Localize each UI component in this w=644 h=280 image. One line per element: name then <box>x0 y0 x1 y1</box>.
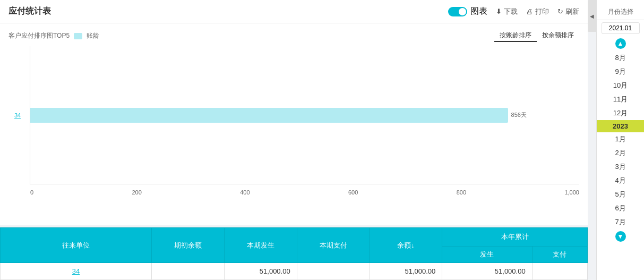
collapse-icon: ◀ <box>590 13 594 19</box>
sidebar: 月份选择 ▲ 8月 9月 10月 11月 12月 2023 1月 2月 3月 4… <box>596 0 644 280</box>
col-current-pay-header: 本期支付 <box>297 228 370 263</box>
refresh-button[interactable]: ↻ 刷新 <box>557 7 579 16</box>
chart-toggle[interactable] <box>448 7 467 16</box>
col-current-occur-header: 本期发生 <box>224 228 297 263</box>
x-tick-1000: 1,000 <box>564 189 579 196</box>
chart-inner: 34 856天 0 200 400 600 800 1,000 <box>30 46 579 184</box>
month-item[interactable]: 10月 <box>597 79 644 92</box>
year-marker[interactable]: 2023 <box>597 120 644 132</box>
bar-left-label[interactable]: 34 <box>14 112 21 118</box>
header: 应付统计表 图表 ⬇ 下载 🖨 打印 ↻ 刷新 <box>0 0 588 23</box>
col-balance-header[interactable]: 余额↓ <box>370 228 442 263</box>
current-occur-cell: 51,000.00 <box>224 263 297 280</box>
opening-cell <box>152 263 225 280</box>
col-ytd-header: 本年累计 <box>442 228 588 247</box>
refresh-label: 刷新 <box>565 7 579 16</box>
current-pay-cell <box>297 263 370 280</box>
sidebar-title: 月份选择 <box>597 4 644 20</box>
x-tick-600: 600 <box>348 189 358 196</box>
x-tick-0: 0 <box>30 189 33 196</box>
x-tick-800: 800 <box>457 189 466 196</box>
chart-toggle-label: 图表 <box>470 6 487 17</box>
chevron-up-icon: ▲ <box>617 40 624 47</box>
bar-right-label: 856天 <box>511 111 527 119</box>
table-header-row-1: 往来单位 期初余额 本期发生 本期支付 余额↓ 本年累计 <box>1 228 588 247</box>
col-opening-header: 期初余额 <box>152 228 225 263</box>
month-item[interactable]: 12月 <box>597 106 644 120</box>
content-area: 应付统计表 图表 ⬇ 下载 🖨 打印 ↻ 刷新 <box>0 0 588 280</box>
month-item[interactable]: 1月 <box>597 132 644 146</box>
sidebar-next-btn[interactable]: ▼ <box>615 231 626 242</box>
legend-box <box>74 33 82 39</box>
data-table: 往来单位 期初余额 本期发生 本期支付 余额↓ 本年累计 发生 支付 34 <box>0 227 588 280</box>
x-axis: 0 200 400 600 800 1,000 <box>30 189 579 196</box>
legend-label: 账龄 <box>87 31 99 40</box>
download-button[interactable]: ⬇ 下载 <box>496 7 518 16</box>
chart-header: 客户应付排序图TOP5 账龄 按账龄排序 按余额排序 <box>8 30 579 42</box>
chart-legend: 客户应付排序图TOP5 账龄 <box>8 31 99 40</box>
chart-section: 客户应付排序图TOP5 账龄 按账龄排序 按余额排序 34 85 <box>0 23 588 225</box>
balance-cell: 51,000.00 <box>370 263 442 280</box>
chart-toggle-container: 图表 <box>448 6 487 17</box>
col-supplier-header: 往来单位 <box>1 228 152 263</box>
month-item[interactable]: 11月 <box>597 92 644 106</box>
month-item[interactable]: 2月 <box>597 146 644 160</box>
month-item[interactable]: 5月 <box>597 188 644 201</box>
x-tick-200: 200 <box>132 189 142 196</box>
bar-fill <box>30 108 508 123</box>
refresh-icon: ↻ <box>557 7 563 15</box>
sort-by-amount-btn[interactable]: 按账龄排序 <box>494 30 537 42</box>
month-item[interactable]: 8月 <box>597 51 644 65</box>
chart-area: 34 856天 0 200 400 600 800 1,000 <box>8 46 579 195</box>
download-label: 下载 <box>504 7 518 16</box>
col-ytd-pay-header: 支付 <box>532 247 587 263</box>
page-title: 应付统计表 <box>8 6 51 17</box>
month-item[interactable]: 7月 <box>597 215 644 229</box>
table-section: 往来单位 期初余额 本期发生 本期支付 余额↓ 本年累计 发生 支付 34 <box>0 225 588 280</box>
x-tick-400: 400 <box>240 189 250 196</box>
month-item[interactable]: 6月 <box>597 201 644 215</box>
sidebar-prev-btn[interactable]: ▲ <box>615 38 626 49</box>
sidebar-collapse-btn[interactable]: ◀ <box>588 0 596 32</box>
header-actions: 图表 ⬇ 下载 🖨 打印 ↻ 刷新 <box>448 6 579 17</box>
download-icon: ⬇ <box>496 7 502 15</box>
month-item[interactable]: 4月 <box>597 174 644 188</box>
print-button[interactable]: 🖨 打印 <box>526 7 549 16</box>
ytd-pay-cell <box>532 263 587 280</box>
supplier-cell[interactable]: 34 <box>1 263 152 280</box>
sort-by-balance-btn[interactable]: 按余额排序 <box>537 30 579 42</box>
print-icon: 🖨 <box>526 7 533 15</box>
print-label: 打印 <box>535 7 549 16</box>
table-body: 34 51,000.00 51,000.00 51,000.00 <box>1 263 588 280</box>
col-ytd-occur-header: 发生 <box>442 247 532 263</box>
ytd-occur-cell: 51,000.00 <box>442 263 532 280</box>
main-container: 应付统计表 图表 ⬇ 下载 🖨 打印 ↻ 刷新 <box>0 0 644 280</box>
table-row: 34 51,000.00 51,000.00 51,000.00 <box>1 263 588 280</box>
bar-row: 34 856天 <box>30 108 579 123</box>
month-item[interactable]: 3月 <box>597 160 644 174</box>
sort-buttons: 按账龄排序 按余额排序 <box>494 30 579 42</box>
year-input[interactable] <box>602 22 640 34</box>
chart-title-text: 客户应付排序图TOP5 <box>8 31 70 40</box>
month-item[interactable]: 9月 <box>597 65 644 79</box>
chevron-down-icon: ▼ <box>617 233 624 240</box>
